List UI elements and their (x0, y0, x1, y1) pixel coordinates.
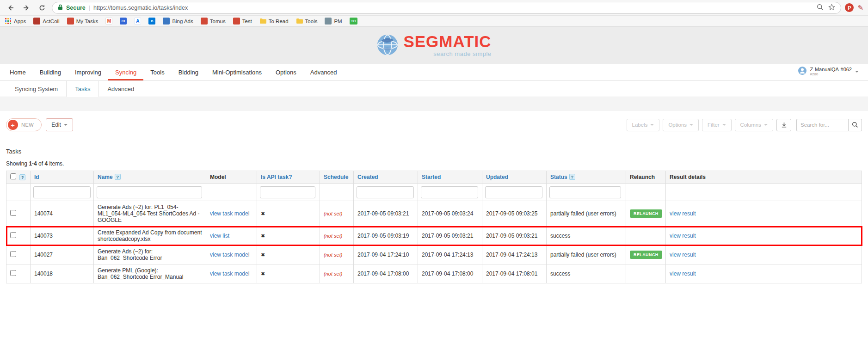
new-button[interactable]: + NEW (6, 118, 42, 131)
row-checkbox[interactable] (10, 270, 16, 276)
search-button[interactable] (848, 119, 862, 131)
bookmark-test[interactable]: Test (233, 18, 252, 25)
cell-status: partially failed (user errors) (547, 246, 626, 264)
sort-link-schedule[interactable]: Schedule (324, 174, 348, 180)
omnibox-divider: | (89, 5, 90, 11)
subnav-item-syncing-system[interactable]: Syncing System (6, 81, 66, 97)
labels-button[interactable]: Labels (627, 119, 660, 131)
sort-link-api[interactable]: Is API task? (261, 174, 292, 180)
forward-icon[interactable] (20, 2, 32, 14)
nav-item-syncing[interactable]: Syncing (108, 64, 143, 80)
subnav-item-advanced[interactable]: Advanced (99, 81, 142, 97)
bookmark-bing[interactable]: b (148, 18, 155, 25)
download-button[interactable] (776, 119, 791, 131)
filter-input-created[interactable] (357, 186, 414, 198)
filter-input-name[interactable] (97, 186, 202, 198)
select-all-checkbox[interactable] (10, 173, 16, 179)
nav-item-mini-optimisations[interactable]: Mini-Optimisations (205, 64, 269, 80)
padlock-icon (58, 4, 63, 12)
filter-cell-name (94, 184, 206, 201)
calendar-favicon: 31 (120, 18, 127, 25)
bookmark-label: Bing Ads (172, 18, 193, 24)
chevron-down-icon (764, 124, 768, 126)
search-input[interactable] (796, 119, 848, 131)
view-task-model-link[interactable]: view task model (210, 252, 249, 258)
cell-status: success (547, 264, 626, 283)
nav-item-bidding[interactable]: Bidding (172, 64, 205, 80)
view-result-link[interactable]: view result (670, 233, 696, 239)
help-icon[interactable] (19, 174, 25, 180)
columns-button[interactable]: Columns (735, 119, 773, 131)
user-id: #280 (810, 72, 819, 76)
bookmark-gmail[interactable]: M (105, 18, 112, 25)
cell-id: 140073 (31, 227, 94, 246)
row-checkbox[interactable] (10, 232, 16, 238)
bookmark-bing-ads[interactable]: Bing Ads (163, 18, 193, 25)
nav-item-advanced[interactable]: Advanced (303, 64, 344, 80)
nav-item-tools[interactable]: Tools (143, 64, 171, 80)
filter-input-started[interactable] (421, 186, 478, 198)
nav-item-building[interactable]: Building (33, 64, 68, 80)
cross-icon: ✖ (261, 233, 265, 239)
view-task-model-link[interactable]: view task model (210, 270, 249, 277)
bookmark-tc[interactable]: TC (350, 18, 357, 25)
sort-link-name[interactable]: Name (98, 174, 113, 180)
view-list-link[interactable]: view list (210, 233, 229, 239)
bookmark-tomus[interactable]: Tomus (201, 18, 226, 25)
view-result-link[interactable]: view result (670, 270, 696, 277)
bookmark-star-icon[interactable] (828, 4, 835, 12)
view-task-model-link[interactable]: view task model (210, 210, 249, 217)
bookmark-pm[interactable]: PM (325, 18, 342, 25)
nav-item-improving[interactable]: Improving (68, 64, 108, 80)
nav-item-home[interactable]: Home (3, 64, 33, 80)
extension-pencil-icon[interactable]: ✎ (857, 4, 863, 11)
sort-link-started[interactable]: Started (422, 174, 441, 180)
zoom-icon[interactable] (817, 4, 824, 12)
filter-input-api[interactable] (260, 186, 315, 198)
address-bar[interactable]: Secure | https://tomus.segmatic.io/tasks… (52, 2, 841, 14)
extension-p-icon[interactable]: P (845, 3, 854, 12)
view-result-link[interactable]: view result (670, 252, 696, 258)
filter-button[interactable]: Filter (702, 119, 732, 131)
row-checkbox[interactable] (10, 210, 16, 216)
filter-cell-updated (482, 184, 547, 201)
help-icon[interactable] (569, 174, 575, 180)
relaunch-button[interactable]: RELAUNCH (630, 251, 662, 259)
filter-input-status[interactable] (549, 186, 621, 198)
filter-input-id[interactable] (33, 186, 91, 198)
sort-link-created[interactable]: Created (357, 174, 378, 180)
filter-cell-model (206, 184, 257, 201)
subnav-item-tasks[interactable]: Tasks (66, 81, 99, 97)
column-header-updated: Updated (482, 171, 547, 184)
sort-link-status[interactable]: Status (550, 174, 567, 180)
user-menu[interactable]: Z-ManualQA-#062 #280 (798, 66, 859, 77)
cell-updated: 2017-09-05 09:03:25 (482, 201, 547, 227)
url-text: https://tomus.segmatic.io/tasks/index (93, 5, 813, 11)
analytics-favicon: A (134, 18, 141, 25)
bookmark-label: Tools (305, 18, 318, 24)
refresh-icon[interactable] (36, 2, 48, 14)
row-checkbox[interactable] (10, 251, 16, 257)
sort-link-updated[interactable]: Updated (486, 174, 508, 180)
filter-input-updated[interactable] (485, 186, 542, 198)
bookmark-to-read[interactable]: To Read (259, 18, 289, 25)
segmatic-logo[interactable]: SEGMATIC search made simple (376, 33, 491, 57)
help-icon[interactable] (115, 174, 121, 180)
bookmark-analytics[interactable]: A (134, 18, 141, 25)
bookmark-tools[interactable]: Tools (296, 18, 318, 25)
sort-link-id[interactable]: Id (34, 174, 39, 180)
bookmark-calendar[interactable]: 31 (120, 18, 127, 25)
options-button[interactable]: Options (663, 119, 699, 131)
nav-item-options[interactable]: Options (269, 64, 303, 80)
relaunch-button[interactable]: RELAUNCH (630, 209, 662, 218)
brand-name: SEGMATIC (403, 33, 491, 49)
secure-badge: Secure (66, 5, 86, 11)
bookmark-my-tasks[interactable]: My Tasks (67, 18, 98, 25)
bookmark-apps[interactable]: Apps (5, 18, 26, 25)
bookmark-actcoll[interactable]: ActColl (33, 18, 59, 25)
back-icon[interactable] (5, 2, 17, 14)
edit-button[interactable]: Edit (46, 118, 73, 131)
bookmarks-bar: Apps ActColl My Tasks M 31 A b Bing Ads … (0, 16, 868, 27)
view-result-link[interactable]: view result (670, 210, 696, 217)
bookmark-label: Test (242, 18, 252, 24)
